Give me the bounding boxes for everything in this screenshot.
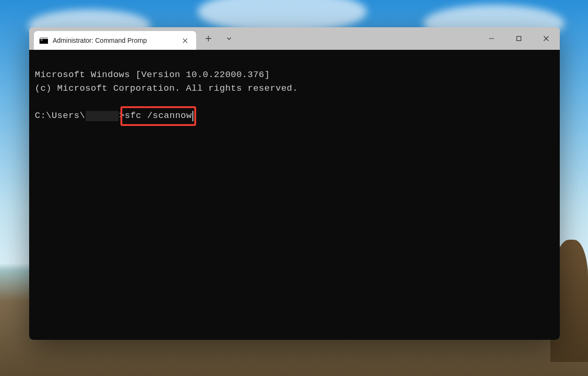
terminal-prompt-line: C:\Users\>sfc /scannow xyxy=(35,109,554,123)
plus-icon xyxy=(205,35,212,42)
text-cursor xyxy=(192,111,193,121)
maximize-icon xyxy=(516,36,522,41)
minimize-button[interactable] xyxy=(478,27,505,50)
terminal-body[interactable]: Microsoft Windows [Version 10.0.22000.37… xyxy=(29,50,560,340)
titlebar[interactable]: Administrator: Command Promp xyxy=(29,27,560,50)
tab-close-button[interactable] xyxy=(179,35,191,46)
window-controls xyxy=(478,27,560,50)
tabstrip-controls xyxy=(199,27,238,50)
command-highlight-box: sfc /scannow xyxy=(125,109,192,123)
tab-title: Administrator: Command Promp xyxy=(53,37,175,44)
new-tab-button[interactable] xyxy=(199,29,218,48)
close-icon xyxy=(543,36,549,41)
tab-dropdown-button[interactable] xyxy=(220,29,238,48)
typed-command: sfc /scannow xyxy=(125,110,192,121)
close-window-button[interactable] xyxy=(532,27,560,50)
cmd-icon xyxy=(40,37,48,44)
terminal-line-version: Microsoft Windows [Version 10.0.22000.37… xyxy=(35,70,270,80)
terminal-window: Administrator: Command Promp xyxy=(29,27,560,340)
close-icon xyxy=(183,38,188,43)
tab-command-prompt[interactable]: Administrator: Command Promp xyxy=(34,31,196,50)
svg-rect-0 xyxy=(517,37,521,41)
redacted-username xyxy=(86,111,119,121)
prompt-suffix: > xyxy=(119,109,125,123)
minimize-icon xyxy=(489,36,494,41)
maximize-button[interactable] xyxy=(505,27,532,50)
terminal-line-copyright: (c) Microsoft Corporation. All rights re… xyxy=(35,83,298,94)
chevron-down-icon xyxy=(226,35,232,42)
prompt-prefix: C:\Users\ xyxy=(35,109,85,123)
